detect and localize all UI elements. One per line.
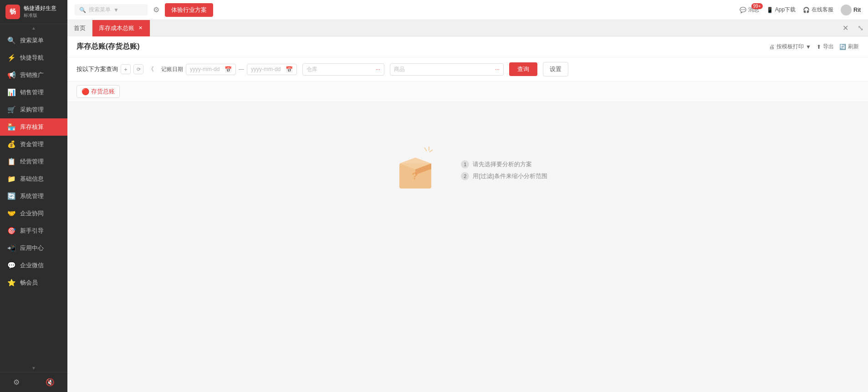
print-label: 按模板打印 <box>776 43 804 51</box>
scheme-tag[interactable]: 🔴 存货总账 <box>77 85 120 98</box>
sidebar-item-system[interactable]: 🔄 系统管理 <box>0 188 67 205</box>
hint-text-1: 请先选择要分析的方案 <box>473 160 532 168</box>
sidebar-item-label: 采购管理 <box>20 106 44 114</box>
customer-service-button[interactable]: 🎧 在线客服 <box>803 6 833 14</box>
message-button[interactable]: 💬 消息 99+ <box>740 6 759 14</box>
sidebar-item-quick-nav[interactable]: ⚡ 快捷导航 <box>0 49 67 66</box>
top-header: 🔍 搜索菜单 ▼ ⚙ 体验行业方案 💬 消息 99+ 📱 App下载 🎧 在线客… <box>67 0 868 20</box>
tab-bar: 首页 库存成本总账 ✕ ✕ ⤡ <box>67 20 868 36</box>
settings-bottom-icon[interactable]: ⚙ <box>11 376 21 388</box>
headset-icon: 🎧 <box>803 7 810 13</box>
filter-reset-button[interactable]: ⟳ <box>133 64 143 74</box>
sidebar-item-label: 快捷导航 <box>20 54 44 62</box>
export-icon: ⬆ <box>817 44 821 50</box>
tab-home[interactable]: 首页 <box>67 20 92 36</box>
quick-nav-icon: ⚡ <box>7 54 15 62</box>
settings-header-icon[interactable]: ⚙ <box>153 5 159 14</box>
sidebar-item-label: 搜索菜单 <box>20 36 44 45</box>
user-avatar <box>841 5 852 15</box>
date-to-input[interactable]: yyyy-mm-dd 📅 <box>247 64 297 75</box>
search-menu-icon: 🔍 <box>7 36 15 45</box>
basic-info-icon: 📁 <box>7 175 15 183</box>
tab-close-icon[interactable]: ✕ <box>137 25 143 31</box>
settings-button[interactable]: 设置 <box>543 62 568 76</box>
dropdown-icon: ▼ <box>113 7 119 13</box>
inventory-icon: 🏪 <box>7 123 15 131</box>
inventory-ledger-tab-label: 库存成本总账 <box>99 24 134 32</box>
system-icon: 🔄 <box>7 192 15 200</box>
customer-service-label: 在线客服 <box>812 6 833 14</box>
tab-panel-close-button[interactable]: ✕ <box>838 24 853 32</box>
sidebar-item-finance[interactable]: 💰 资金管理 <box>0 136 67 153</box>
calendar-to-icon[interactable]: 📅 <box>286 66 293 73</box>
tab-inventory-ledger[interactable]: 库存成本总账 ✕ <box>92 20 150 36</box>
scroll-up-button[interactable]: ▲ <box>31 24 36 32</box>
refresh-label: 刷新 <box>848 43 859 51</box>
product-input[interactable]: 商品 ··· <box>390 63 504 76</box>
sidebar-item-label: 销售管理 <box>20 88 44 97</box>
export-action[interactable]: ⬆ 导出 <box>817 43 834 51</box>
scroll-arrow-down[interactable]: ▼ <box>0 364 67 372</box>
sidebar-item-purchase[interactable]: 🛒 采购管理 <box>0 101 67 118</box>
scheme-tag-icon: 🔴 <box>82 88 89 95</box>
purchase-icon: 🛒 <box>7 106 15 114</box>
calendar-from-icon[interactable]: 📅 <box>225 66 232 73</box>
user-avatar-area[interactable]: Rit <box>841 5 861 15</box>
app-download-button[interactable]: 📱 App下载 <box>766 6 796 14</box>
empty-svg: ? <box>388 138 443 193</box>
scroll-down-button[interactable]: ▼ <box>31 364 36 372</box>
sidebar-item-vip[interactable]: ⭐ 畅会员 <box>0 274 67 291</box>
filter-label: 按以下方案查询 <box>77 65 118 73</box>
sales-icon: 📊 <box>7 88 15 97</box>
refresh-action[interactable]: 🔄 刷新 <box>839 43 859 51</box>
hint-item-2: 2 用[过滤]条件来缩小分析范围 <box>461 172 547 180</box>
tab-expand-button[interactable]: ⤡ <box>853 24 868 32</box>
export-label: 导出 <box>823 43 834 51</box>
mute-bottom-icon[interactable]: 🔇 <box>44 376 56 388</box>
message-badge: 99+ <box>751 3 763 9</box>
message-icon: 💬 <box>740 7 746 13</box>
query-button[interactable]: 查询 <box>509 62 537 76</box>
sidebar-item-app-center[interactable]: 📲 应用中心 <box>0 239 67 257</box>
logo-icon: 畅 <box>5 5 20 19</box>
sidebar-item-enterprise[interactable]: 🤝 企业协同 <box>0 205 67 222</box>
sidebar-bottom: ⚙ 🔇 <box>0 372 67 392</box>
search-icon: 🔍 <box>79 7 86 13</box>
hint-text-2: 用[过滤]条件来缩小分析范围 <box>473 172 547 180</box>
filter-collapse-button[interactable]: 《 <box>146 64 156 74</box>
sidebar-item-marketing[interactable]: 📢 营销推广 <box>0 66 67 84</box>
scroll-arrow-up[interactable]: ▲ <box>0 24 67 32</box>
warehouse-input[interactable]: 仓库 ··· <box>302 63 384 76</box>
date-to-placeholder: yyyy-mm-dd <box>251 66 281 72</box>
filter-add-button[interactable]: + <box>121 64 131 74</box>
phone-icon: 📱 <box>766 7 773 13</box>
svg-text:?: ? <box>412 170 418 182</box>
sidebar-item-label: 畅会员 <box>20 279 38 287</box>
sidebar-item-wechat[interactable]: 💬 企业微信 <box>0 257 67 274</box>
date-from-input[interactable]: yyyy-mm-dd 📅 <box>186 64 236 75</box>
sidebar-item-basic-info[interactable]: 📁 基础信息 <box>0 170 67 188</box>
date-from-placeholder: yyyy-mm-dd <box>190 66 220 72</box>
svg-line-3 <box>424 148 427 151</box>
sidebar-item-search-menu[interactable]: 🔍 搜索菜单 <box>0 32 67 49</box>
hint-num-1: 1 <box>461 160 469 168</box>
sidebar-item-inventory[interactable]: 🏪 库存核算 <box>0 118 67 136</box>
sidebar-item-label: 系统管理 <box>20 192 44 200</box>
sidebar-item-label: 资金管理 <box>20 140 44 148</box>
sidebar-item-sales[interactable]: 📊 销售管理 <box>0 84 67 101</box>
date-filter-group: 记账日期 yyyy-mm-dd 📅 — yyyy-mm-dd 📅 <box>161 64 297 75</box>
industry-solution-button[interactable]: 体验行业方案 <box>165 3 213 17</box>
app-download-label: App下载 <box>775 6 796 14</box>
sidebar-item-newcomer[interactable]: 🎯 新手引导 <box>0 222 67 239</box>
warehouse-more-icon[interactable]: ··· <box>376 66 380 72</box>
empty-state: ? 1 请先选择要分析的方案 2 用[过滤]条件来缩小分析范围 <box>67 102 868 239</box>
logo-text-area: 畅捷通好生意 标准版 <box>24 5 56 19</box>
product-more-icon[interactable]: ··· <box>495 66 500 72</box>
print-action[interactable]: 🖨 按模板打印 ▼ <box>769 43 811 51</box>
wechat-icon: 💬 <box>7 261 15 270</box>
sidebar-item-operation[interactable]: 📋 经营管理 <box>0 153 67 170</box>
header-search-area[interactable]: 🔍 搜索菜单 ▼ <box>75 4 148 15</box>
hint-item-1: 1 请先选择要分析的方案 <box>461 160 547 168</box>
app-logo: 畅 畅捷通好生意 标准版 <box>0 0 67 24</box>
sidebar-item-label: 应用中心 <box>20 244 44 252</box>
